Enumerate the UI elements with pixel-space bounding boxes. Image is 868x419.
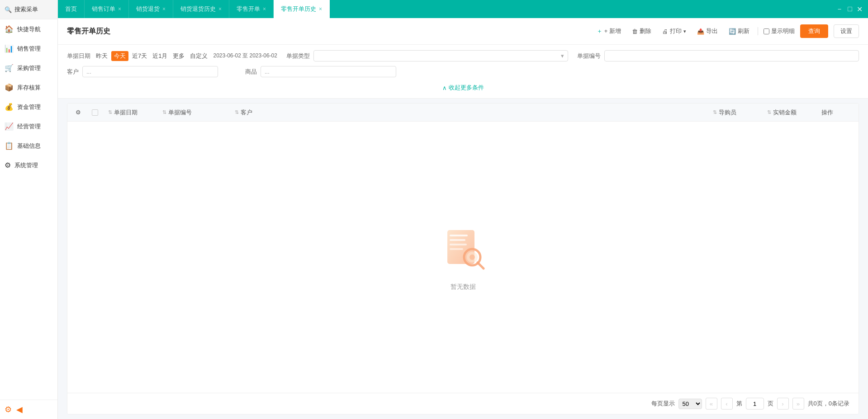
export-btn[interactable]: 📤 导出 [694, 25, 721, 37]
sidebar-label-purchase-mgmt: 采购管理 [17, 64, 41, 72]
table-col-checkbox[interactable] [88, 109, 104, 116]
date-btn-custom[interactable]: 自定义 [188, 51, 209, 61]
query-btn[interactable]: 查询 [800, 24, 828, 38]
date-range: 2023-06-02 至 2023-06-02 [213, 52, 277, 60]
tab-sales-return-history[interactable]: 销货退货历史× [173, 0, 229, 18]
refresh-icon: 🔄 [729, 28, 736, 35]
page-prev-btn[interactable]: ‹ [721, 398, 733, 410]
filter-area: 单据日期 昨天 今天 近7天 近1月 更多 自定义 2023-06-02 至 2… [58, 45, 868, 99]
page-input[interactable] [746, 398, 764, 410]
table-col-action: 操作 [818, 108, 854, 117]
tab-label-retail-open: 零售开单 [237, 5, 260, 13]
page-first-btn[interactable]: « [706, 398, 717, 410]
col-date-label: 单据日期 [114, 108, 138, 117]
filter-row-1: 单据日期 昨天 今天 近7天 近1月 更多 自定义 2023-06-02 至 2… [67, 50, 859, 61]
table-col-customer[interactable]: ⇅ 客户 [231, 108, 709, 117]
sidebar-icon-finance: 💰 [5, 103, 14, 111]
page-label-before: 第 [736, 400, 742, 408]
delete-btn[interactable]: 🗑 删除 [629, 25, 654, 37]
tab-close-sales-return[interactable]: × [162, 6, 166, 12]
window-close-btn[interactable]: ✕ [857, 5, 863, 14]
per-page-label: 每页显示 [651, 400, 675, 408]
col-num-label: 单据编号 [168, 108, 192, 117]
table-header: ⚙ ⇅ 单据日期 ⇅ 单据编号 ⇅ 客户 ⇅ [67, 104, 859, 122]
sidebar-collapse-btn[interactable]: ◀ [16, 405, 23, 414]
sidebar-label-sys-mgmt: 系统管理 [14, 161, 38, 169]
tab-label-sales-order: 销售订单 [92, 5, 115, 13]
svg-rect-4 [450, 248, 463, 250]
date-btn-last1month[interactable]: 近1月 [151, 51, 169, 61]
window-minimize-btn[interactable]: － [836, 5, 843, 14]
tab-retail-open[interactable]: 零售开单× [229, 0, 274, 18]
display-detail-checkbox[interactable]: 显示明细 [764, 27, 795, 35]
delete-label: 删除 [640, 27, 651, 35]
sidebar-icon-operation: 📈 [5, 122, 14, 131]
display-detail-input[interactable] [764, 28, 769, 34]
toolbar-divider [758, 27, 758, 35]
empty-illustration [436, 223, 490, 278]
display-detail-label: 显示明细 [771, 27, 795, 35]
table-col-date[interactable]: ⇅ 单据日期 [104, 108, 159, 117]
sidebar-icon-sales-mgmt: 📊 [5, 44, 14, 53]
sidebar-item-finance[interactable]: 💰资金管理 [0, 97, 57, 117]
sidebar-icon-purchase-mgmt: 🛒 [5, 64, 14, 72]
sort-num-icon: ⇅ [162, 109, 166, 115]
sidebar-item-inventory[interactable]: 📦库存核算 [0, 78, 57, 97]
sidebar-label-finance: 资金管理 [17, 103, 41, 111]
doc-type-select[interactable]: ▾ [313, 50, 568, 61]
tab-label-sales-return: 销货退货 [136, 5, 160, 13]
doc-num-input[interactable] [604, 50, 859, 61]
sidebar-search[interactable]: 🔍 搜索采单 [0, 0, 57, 19]
pagination: 每页显示 50 100 200 « ‹ 第 页 › » 共0页，0条记录 [67, 393, 859, 414]
tab-close-sales-order[interactable]: × [118, 6, 121, 12]
table-col-settings[interactable]: ⚙ [72, 109, 88, 116]
customer-dots: ... [86, 68, 91, 75]
date-btn-more[interactable]: 更多 [171, 51, 186, 61]
customer-select[interactable]: ... [82, 66, 218, 77]
tab-sales-return[interactable]: 销货退货× [129, 0, 173, 18]
sidebar-search-label: 搜索采单 [14, 5, 38, 14]
tab-close-sales-return-history[interactable]: × [218, 6, 222, 12]
sidebar-item-quick-nav[interactable]: 🏠快捷导航 [0, 19, 57, 39]
collapse-btn[interactable]: ∧ 收起更多条件 [67, 82, 859, 94]
sidebar-item-operation[interactable]: 📈经营管理 [0, 117, 57, 136]
tab-close-retail-open[interactable]: × [263, 6, 266, 12]
sidebar-item-sys-mgmt[interactable]: ⚙系统管理 [0, 155, 57, 175]
date-btn-last7[interactable]: 近7天 [130, 51, 149, 61]
page-last-btn[interactable]: » [792, 398, 804, 410]
table-col-guide[interactable]: ⇅ 导购员 [709, 108, 764, 117]
window-maximize-btn[interactable]: □ [848, 5, 852, 13]
sidebar-item-purchase-mgmt[interactable]: 🛒采购管理 [0, 58, 57, 78]
col-customer-label: 客户 [241, 108, 252, 117]
tab-retail-history[interactable]: 零售开单历史× [274, 0, 330, 18]
table-col-amount[interactable]: ⇅ 实销金额 [764, 108, 818, 117]
select-all-checkbox[interactable] [92, 109, 98, 116]
setting-btn[interactable]: 设置 [834, 24, 859, 38]
sidebar-item-basic-info[interactable]: 📋基础信息 [0, 136, 57, 155]
sidebar-label-basic-info: 基础信息 [17, 142, 41, 150]
product-select[interactable]: ... [261, 66, 396, 77]
page-header: 零售开单历史 ＋ + 新增 🗑 删除 🖨 打印 ▾ 📤 导出 [58, 18, 868, 45]
print-btn[interactable]: 🖨 打印 ▾ [659, 25, 689, 37]
collapse-chevron-icon: ∧ [442, 85, 447, 91]
tab-sales-order[interactable]: 销售订单× [85, 0, 129, 18]
sort-customer-icon: ⇅ [235, 109, 239, 115]
page-label-after: 页 [768, 400, 773, 408]
table-col-num[interactable]: ⇅ 单据编号 [159, 108, 231, 117]
per-page-select[interactable]: 50 100 200 [678, 399, 702, 409]
tab-label-sales-return-history: 销货退货历史 [180, 5, 216, 13]
date-btn-yesterday[interactable]: 昨天 [94, 51, 109, 61]
page-title: 零售开单历史 [67, 27, 110, 36]
sidebar-item-sales-mgmt[interactable]: 📊销售管理 [0, 39, 57, 58]
tab-close-retail-history[interactable]: × [319, 6, 322, 12]
svg-rect-1 [450, 235, 468, 236]
sidebar-settings-btn[interactable]: ⚙ [5, 405, 12, 414]
col-amount-label: 实销金额 [773, 108, 797, 117]
date-btn-today[interactable]: 今天 [111, 51, 128, 61]
add-icon: ＋ [597, 27, 602, 35]
content-area: 零售开单历史 ＋ + 新增 🗑 删除 🖨 打印 ▾ 📤 导出 [58, 18, 868, 419]
refresh-btn[interactable]: 🔄 刷新 [726, 25, 752, 37]
page-next-btn[interactable]: › [777, 398, 789, 410]
add-btn[interactable]: ＋ + 新增 [594, 25, 624, 37]
tab-home[interactable]: 首页 [58, 0, 85, 18]
